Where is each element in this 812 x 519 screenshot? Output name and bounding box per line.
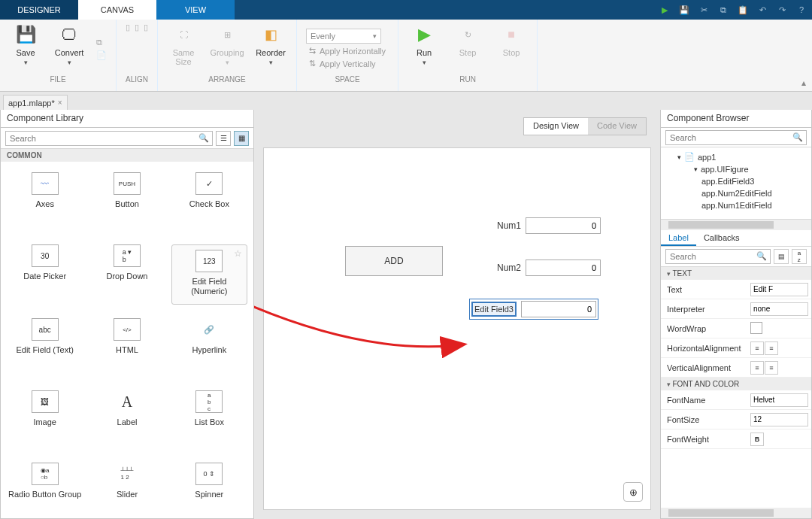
tree-app[interactable]: ▾📄app1 bbox=[661, 150, 811, 163]
reorder-button[interactable]: ◧ Reorder ▾ bbox=[254, 23, 287, 66]
align-center-icon[interactable]: ▯ bbox=[135, 23, 139, 75]
prop-fontname-input[interactable] bbox=[750, 393, 808, 407]
label-icon: A bbox=[122, 393, 132, 411]
edit-field3-input[interactable] bbox=[521, 301, 596, 317]
tab-view[interactable]: VIEW bbox=[156, 0, 235, 20]
align-right-icon[interactable]: ▯ bbox=[144, 23, 148, 75]
prop-fontname-label: FontName bbox=[661, 396, 747, 405]
group-label-run: RUN bbox=[459, 75, 476, 83]
design-view-tab[interactable]: Design View bbox=[524, 118, 588, 135]
prop-fontsize-input[interactable] bbox=[750, 413, 808, 426]
component-slider[interactable]: ┴┴┴1 2Slider bbox=[89, 463, 165, 518]
dropdown-icon: a ▾b bbox=[123, 248, 132, 263]
tab-canvas[interactable]: CANVAS bbox=[78, 0, 156, 20]
ui-figure[interactable]: ADD Num1 Num2 Edit Field3 ⊕ bbox=[263, 147, 651, 510]
save-icon[interactable]: 💾 bbox=[678, 4, 690, 16]
component-radio-button-group[interactable]: ◉a○bRadio Button Group bbox=[7, 463, 83, 518]
component-hyperlink[interactable]: 🔗Hyperlink bbox=[171, 318, 247, 377]
favorite-icon[interactable]: ☆ bbox=[234, 248, 242, 259]
component-list-box[interactable]: abcList Box bbox=[171, 390, 247, 449]
align-left-button[interactable]: ≡ bbox=[750, 341, 764, 355]
tab-designer[interactable]: DESIGNER bbox=[0, 0, 78, 20]
inspector-tab-label[interactable]: Label bbox=[661, 230, 696, 246]
tree-uifigure[interactable]: ▾app.UIFigure bbox=[661, 163, 811, 175]
convert-button[interactable]: 🖵 Convert ▾ bbox=[53, 23, 86, 66]
check-icon: ✓ bbox=[206, 179, 213, 189]
num1-input[interactable] bbox=[526, 217, 601, 234]
help-icon[interactable]: ? bbox=[795, 4, 807, 16]
close-icon[interactable]: × bbox=[58, 99, 62, 107]
align-top-button[interactable]: ≡ bbox=[750, 361, 764, 375]
group-label-arrange: ARRANGE bbox=[208, 75, 245, 83]
prop-interpreter-input[interactable] bbox=[750, 302, 808, 316]
copy-icon[interactable]: ⧉ bbox=[717, 4, 729, 16]
component-image[interactable]: 🖼Image bbox=[7, 390, 83, 449]
component-drop-down[interactable]: a ▾bDrop Down bbox=[89, 244, 165, 303]
category-font[interactable]: FONT AND COLOR bbox=[661, 378, 811, 390]
spinner-icon: 0 ⇕ bbox=[204, 470, 216, 478]
magnify-plus-icon: ⊕ bbox=[629, 487, 638, 498]
component-html[interactable]: </>HTML bbox=[89, 318, 165, 377]
details-icon[interactable]: 📄 bbox=[96, 50, 107, 60]
inspector-tab-callbacks[interactable]: Callbacks bbox=[696, 230, 747, 246]
vert-icon: ⇅ bbox=[309, 59, 316, 68]
edit-field3-label[interactable]: Edit Field3 bbox=[471, 302, 517, 317]
prop-halign-label: HorizontalAlignment bbox=[661, 344, 747, 353]
alpha-sort-icon[interactable]: az bbox=[792, 249, 807, 264]
stop-icon: ■ bbox=[508, 28, 515, 41]
component-browser-title: Component Browser bbox=[661, 110, 811, 128]
tree-editfield3[interactable]: app.EditField3 bbox=[661, 175, 811, 187]
paste-icon[interactable]: 📋 bbox=[737, 4, 749, 16]
browser-search-input[interactable] bbox=[665, 130, 807, 145]
apply-vertically-button: ⇅Apply Vertically bbox=[306, 58, 389, 69]
component-edit-field-text[interactable]: abcEdit Field (Text) bbox=[7, 318, 83, 377]
save-button[interactable]: 💾 Save ▾ bbox=[9, 23, 42, 66]
component-spinner[interactable]: 0 ⇕Spinner bbox=[171, 463, 247, 518]
prop-valign-label: VerticalAlignment bbox=[661, 363, 747, 372]
html-icon: </> bbox=[123, 326, 132, 333]
bold-button[interactable]: B bbox=[750, 432, 764, 446]
run-icon[interactable]: ▶ bbox=[659, 4, 671, 16]
component-axes[interactable]: 〰Axes bbox=[7, 172, 83, 231]
group-label-file: FILE bbox=[50, 75, 65, 83]
cut-icon[interactable]: ✂ bbox=[698, 4, 710, 16]
align-center-button[interactable]: ≡ bbox=[765, 341, 778, 355]
list-view-button[interactable]: ☰ bbox=[216, 131, 231, 146]
num1-label: Num1 bbox=[489, 220, 521, 231]
category-text[interactable]: TEXT bbox=[661, 267, 811, 280]
num2-input[interactable] bbox=[526, 260, 601, 276]
collapse-ribbon-icon[interactable]: ▴ bbox=[801, 77, 806, 88]
redo-icon[interactable]: ↷ bbox=[776, 4, 788, 16]
expand-icon: ▾ bbox=[694, 165, 698, 173]
prop-text-input[interactable] bbox=[750, 283, 808, 296]
prop-wordwrap-checkbox[interactable] bbox=[750, 322, 762, 334]
zoom-button[interactable]: ⊕ bbox=[623, 482, 643, 502]
component-search-input[interactable] bbox=[5, 131, 213, 146]
compare-icon[interactable]: ⧉ bbox=[96, 38, 107, 47]
prop-wordwrap-label: WordWrap bbox=[661, 324, 747, 333]
push-icon: PUSH bbox=[119, 181, 135, 187]
tree-num2editfield[interactable]: app.Num2EditField bbox=[661, 187, 811, 199]
spacing-combo[interactable]: Evenly bbox=[306, 29, 381, 44]
add-button[interactable]: ADD bbox=[345, 246, 443, 276]
component-edit-field-numeric[interactable]: ☆123Edit Field (Numeric) bbox=[171, 244, 247, 305]
align-middle-button[interactable]: ≡ bbox=[765, 361, 778, 375]
component-button[interactable]: PUSHButton bbox=[89, 172, 165, 231]
edit-field3-selection[interactable]: Edit Field3 bbox=[469, 299, 598, 320]
code-view-tab[interactable]: Code View bbox=[588, 118, 646, 135]
prop-fontsize-label: FontSize bbox=[661, 415, 747, 424]
grid-view-button[interactable]: ▦ bbox=[234, 131, 249, 146]
inspector-search-input[interactable] bbox=[665, 249, 771, 264]
component-checkbox[interactable]: ✓Check Box bbox=[171, 172, 247, 231]
run-button[interactable]: ▶ Run ▾ bbox=[408, 23, 441, 66]
component-date-picker[interactable]: 30Date Picker bbox=[7, 244, 83, 303]
expand-icon: ▾ bbox=[677, 153, 681, 161]
file-tab-label: app1.mlapp* bbox=[8, 99, 55, 108]
category-view-icon[interactable]: ▤ bbox=[774, 249, 789, 264]
align-left-icon[interactable]: ▯ bbox=[126, 23, 130, 75]
component-label[interactable]: ALabel bbox=[89, 390, 165, 449]
file-tab[interactable]: app1.mlapp* × bbox=[3, 95, 68, 110]
tree-num1editfield[interactable]: app.Num1EditField bbox=[661, 199, 811, 211]
link-icon: 🔗 bbox=[204, 325, 214, 335]
undo-icon[interactable]: ↶ bbox=[756, 4, 768, 16]
